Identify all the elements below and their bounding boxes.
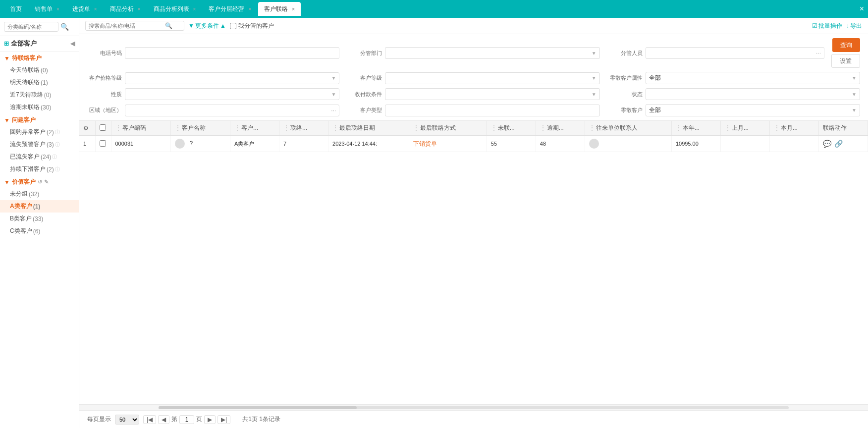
filter-payment-dropdown[interactable]: ▼ <box>385 88 599 100</box>
sidebar-item-abnormal[interactable]: 回购异常客户 (2) ⓘ <box>0 126 79 138</box>
tab-analysis-list[interactable]: 商品分析列表 × <box>148 2 202 16</box>
row-name: ？ <box>170 136 230 152</box>
sidebar-item-c-class[interactable]: C类客户 (6) <box>0 225 79 237</box>
th-person: ⋮往来单位联系人 <box>585 121 671 136</box>
window-close-icon[interactable]: × <box>860 4 864 13</box>
abnormal-badge: (2) <box>47 129 54 136</box>
filter-customer-level: 客户等级 ▼ <box>347 72 599 84</box>
sidebar-item-tomorrow[interactable]: 明天待联络 (1) <box>0 76 79 89</box>
sidebar-item-b-class[interactable]: B类客户 (33) <box>0 213 79 225</box>
churn-warning-info-icon: ⓘ <box>55 141 60 148</box>
tab-home[interactable]: 首页 <box>4 2 28 16</box>
7days-label: 近7天待联络 <box>10 91 43 99</box>
sort-pending-icon: ⋮ <box>491 124 497 131</box>
message-icon[interactable]: 💬 <box>823 140 831 148</box>
batch-op-button[interactable]: ☑ 批量操作 <box>812 22 842 30</box>
problem-arrow-icon: ▼ <box>4 117 10 124</box>
search-icon[interactable]: 🔍 <box>165 22 172 29</box>
tab-analysis-list-close[interactable]: × <box>193 6 196 12</box>
sidebar-item-today[interactable]: 今天待联络 (0) <box>0 64 79 76</box>
per-page-select[interactable]: 50 20 100 <box>115 415 139 425</box>
query-button[interactable]: 查询 <box>832 38 860 52</box>
sidebar-item-7days[interactable]: 近7天待联络 (0) <box>0 89 79 101</box>
more-filter-button[interactable]: ▼ 更多条件 ▲ <box>188 22 226 30</box>
th-action-label: 联络动作 <box>823 124 847 131</box>
filter-price-level-dropdown[interactable]: ▼ <box>125 72 339 84</box>
select-all-checkbox[interactable] <box>100 124 106 131</box>
sidebar-search-input[interactable] <box>4 22 58 32</box>
row-index: 1 <box>79 136 95 152</box>
horizontal-scrollbar[interactable] <box>79 404 868 410</box>
table-footer: 每页显示 50 20 100 |◀ ◀ 第 页 ▶ ▶| 共1页 1条记录 <box>79 410 868 428</box>
sidebar-item-declining[interactable]: 持续下滑客户 (2) ⓘ <box>0 163 79 175</box>
sidebar-item-churn-warning[interactable]: 流失预警客户 (3) ⓘ <box>0 138 79 151</box>
tab-analysis-list-label: 商品分析列表 <box>154 5 189 13</box>
tab-home-label: 首页 <box>10 5 22 13</box>
tab-sales[interactable]: 销售单 × <box>29 2 65 16</box>
action-icons: 💬 🔗 <box>823 140 864 148</box>
my-customers-filter[interactable]: 我分管的客户 <box>230 22 274 30</box>
sidebar-item-unclassified[interactable]: 未分组 (32) <box>0 188 79 200</box>
filter-sparse-attr-dropdown[interactable]: 全部 ▼ <box>646 72 860 84</box>
tab-analysis[interactable]: 商品分析 × <box>104 2 147 16</box>
filter-customer-type-input[interactable] <box>385 105 599 116</box>
sidebar-search-icon[interactable]: 🔍 <box>60 23 69 31</box>
my-customers-checkbox[interactable] <box>230 23 236 29</box>
filter-dept-dropdown[interactable]: ▼ <box>385 47 599 59</box>
scrollbar-thumb[interactable] <box>159 406 357 409</box>
collapse-icon[interactable]: ◀ <box>70 40 75 47</box>
sort-type-icon: ⋮ <box>234 124 240 131</box>
next-page-button[interactable]: ▶ <box>204 415 216 424</box>
b-class-label: B类客户 <box>10 214 32 223</box>
sidebar-value-group: ▼ 价值客户 ↺ ✎ <box>0 175 79 188</box>
filter-customer-level-dropdown[interactable]: ▼ <box>385 72 599 84</box>
tab-analysis-close[interactable]: × <box>138 6 141 12</box>
value-group-edit-icon[interactable]: ✎ <box>44 179 49 185</box>
abnormal-info-icon: ⓘ <box>55 129 60 136</box>
filter-status-dropdown[interactable]: ▼ <box>646 88 860 100</box>
filter-dept: 分管部门 ▼ <box>347 38 599 68</box>
dept-drop-arrow-icon: ▼ <box>592 51 597 56</box>
search-input[interactable] <box>89 23 163 29</box>
nature-drop-arrow-icon: ▼ <box>331 92 336 97</box>
tab-customer-tier-close[interactable]: × <box>248 6 251 12</box>
th-last-date-label: 最后联络日期 <box>339 124 375 131</box>
tab-customer-contact[interactable]: 客户联络 × <box>258 2 301 16</box>
gear-icon[interactable]: ⚙ <box>83 125 89 132</box>
link-icon[interactable]: 🔗 <box>834 140 843 148</box>
prev-page-button[interactable]: ◀ <box>158 415 169 424</box>
sidebar-item-churned[interactable]: 已流失客户 (24) ⓘ <box>0 151 79 163</box>
tab-purchase[interactable]: 进货单 × <box>66 2 103 16</box>
filter-region-dots[interactable]: ··· <box>125 105 339 116</box>
last-page-button[interactable]: ▶| <box>217 415 230 424</box>
settings-button[interactable]: 设置 <box>831 54 860 68</box>
filter-nature: 性质 ▼ <box>87 88 339 100</box>
filter-nature-dropdown[interactable]: ▼ <box>125 88 339 100</box>
sparse-customer-drop-arrow-icon: ▼ <box>852 107 857 113</box>
tab-purchase-close[interactable]: × <box>94 6 97 12</box>
tab-sales-close[interactable]: × <box>56 6 59 12</box>
first-page-button[interactable]: |◀ <box>143 415 156 424</box>
sidebar-item-a-class[interactable]: A类客户 (1) <box>0 200 79 213</box>
sidebar-item-overdue[interactable]: 逾期未联络 (30) <box>0 101 79 113</box>
filter-price-level: 客户价格等级 ▼ <box>87 72 339 84</box>
filter-manager-dots[interactable]: ··· <box>646 47 824 59</box>
value-group-refresh-icon[interactable]: ↺ <box>38 179 42 185</box>
row-pending: 55 <box>487 136 536 152</box>
tab-customer-tier[interactable]: 客户分层经营 × <box>203 2 257 16</box>
page-nav: |◀ ◀ 第 页 ▶ ▶| <box>143 415 230 424</box>
all-customers-label[interactable]: 全部客户 <box>11 39 37 48</box>
row-checkbox[interactable] <box>100 140 106 147</box>
filter-dept-label: 分管部门 <box>347 50 382 57</box>
table-row: 1 000031 ？ A类客户 7 2023-04-12 14:44: 下销货单 <box>79 136 868 152</box>
export-button[interactable]: ↓ 导出 <box>846 22 862 30</box>
filter-sparse-customer-dropdown[interactable]: 全部 ▼ <box>646 104 860 116</box>
b-class-badge: (33) <box>33 215 43 222</box>
filter-region: 区域（地区） ··· <box>87 104 339 116</box>
tab-customer-contact-close[interactable]: × <box>292 6 295 12</box>
search-box: 🔍 <box>85 21 184 31</box>
filter-phone-input[interactable] <box>125 47 339 59</box>
last-method-link[interactable]: 下销货单 <box>413 140 437 147</box>
th-gear[interactable]: ⚙ <box>79 121 95 136</box>
page-input[interactable] <box>179 415 194 424</box>
